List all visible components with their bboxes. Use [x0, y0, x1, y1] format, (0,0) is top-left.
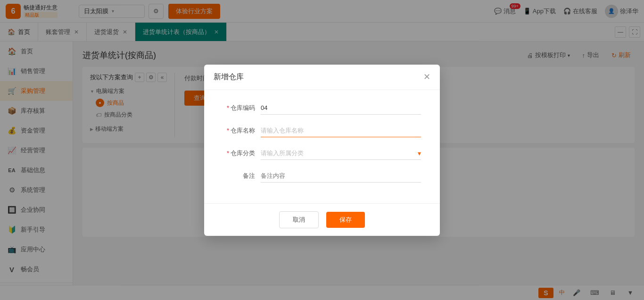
- modal-header: 新增仓库 ✕: [204, 65, 440, 90]
- form-row-note: 备注: [223, 169, 421, 183]
- name-input[interactable]: [261, 124, 421, 137]
- modal-title: 新增仓库: [214, 72, 244, 82]
- modal-close-button[interactable]: ✕: [423, 73, 430, 81]
- category-select[interactable]: 请输入所属分类: [261, 147, 421, 160]
- category-label: 仓库分类: [223, 149, 261, 158]
- cancel-button[interactable]: 取消: [279, 211, 319, 228]
- code-input[interactable]: [261, 101, 421, 115]
- save-button[interactable]: 保存: [326, 212, 365, 228]
- modal-new-warehouse: 新增仓库 ✕ 仓库编码 仓库名称 仓库分类 请输入所属分类 ▾: [204, 65, 440, 236]
- modal-overlay[interactable]: 新增仓库 ✕ 仓库编码 仓库名称 仓库分类 请输入所属分类 ▾: [0, 0, 644, 300]
- modal-body: 仓库编码 仓库名称 仓库分类 请输入所属分类 ▾ 备注: [204, 90, 440, 203]
- note-input[interactable]: [261, 169, 421, 183]
- name-label: 仓库名称: [223, 126, 261, 135]
- category-select-wrap: 请输入所属分类 ▾: [261, 147, 421, 160]
- note-label: 备注: [223, 172, 261, 180]
- modal-footer: 取消 保存: [204, 203, 440, 236]
- form-row-name: 仓库名称: [223, 124, 421, 137]
- form-row-category: 仓库分类 请输入所属分类 ▾: [223, 147, 421, 160]
- code-label: 仓库编码: [223, 104, 261, 112]
- form-row-code: 仓库编码: [223, 101, 421, 115]
